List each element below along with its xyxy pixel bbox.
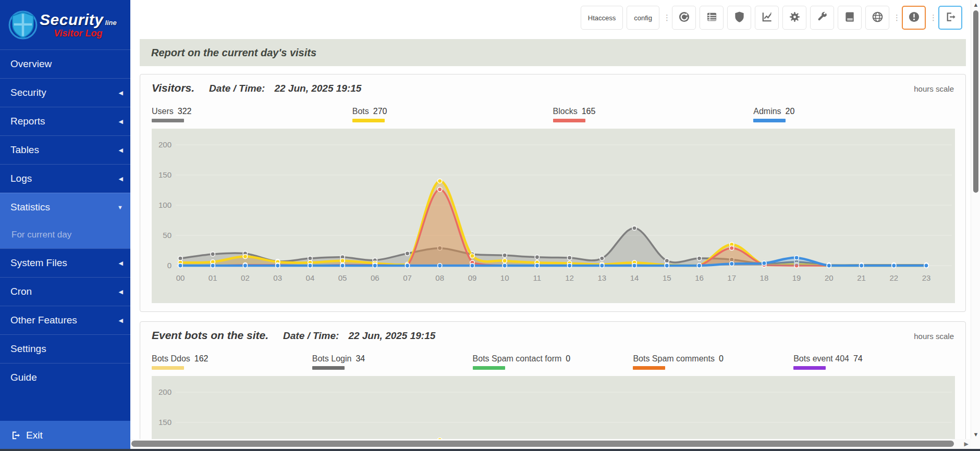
app-logo[interactable]: Security line Visitor Log bbox=[0, 0, 130, 49]
toolbar-button-line-chart[interactable] bbox=[755, 6, 779, 30]
toolbar-button-label: Htaccess bbox=[588, 14, 616, 22]
sidebar-exit-button[interactable]: Exit bbox=[0, 421, 130, 449]
chart-wrap: 0501001502000001020304050607080910111213… bbox=[152, 129, 954, 303]
svg-text:07: 07 bbox=[403, 273, 412, 282]
horizontal-scrollbar[interactable]: ▶ bbox=[130, 439, 971, 449]
sidebar-item-other-features[interactable]: Other Features◀ bbox=[0, 306, 130, 334]
sidebar-item-reports[interactable]: Reports◀ bbox=[0, 107, 130, 135]
toolbar-separator-dots: ⋮ bbox=[929, 13, 935, 22]
legend-series-name: Bots Spam comments bbox=[633, 354, 715, 363]
legend-item-bots-spam-comments[interactable]: Bots Spam comments0 bbox=[633, 354, 793, 370]
logout-icon bbox=[10, 430, 21, 441]
panel-head: Event bots on the site.Date / Time:22 Ju… bbox=[152, 329, 954, 342]
legend-item-bots-spam-contact-form[interactable]: Bots Spam contact form0 bbox=[473, 354, 633, 370]
sidebar: Security line Visitor Log OverviewSecuri… bbox=[0, 0, 130, 451]
scroll-up-arrow-icon[interactable]: ▲ bbox=[971, 2, 980, 8]
chevron-left-icon: ◀ bbox=[119, 260, 123, 267]
legend-color-swatch bbox=[352, 119, 385, 122]
legend-series-name: Users bbox=[152, 107, 174, 116]
sidebar-item-security[interactable]: Security◀ bbox=[0, 78, 130, 107]
sidebar-item-statistics[interactable]: Statistics▼ bbox=[0, 193, 130, 221]
sidebar-item-label: Statistics bbox=[10, 202, 50, 213]
chevron-left-icon: ◀ bbox=[119, 147, 123, 154]
sidebar-item-label: Other Features bbox=[10, 315, 77, 326]
scroll-right-arrow-icon[interactable]: ▶ bbox=[964, 441, 969, 447]
svg-text:0: 0 bbox=[167, 261, 172, 270]
shield-logo-icon bbox=[8, 10, 38, 40]
svg-text:08: 08 bbox=[435, 273, 444, 282]
visitors-chart: 0501001502000001020304050607080910111213… bbox=[152, 129, 955, 303]
legend-item-blocks[interactable]: Blocks165 bbox=[553, 107, 754, 122]
svg-text:03: 03 bbox=[273, 273, 282, 282]
sidebar-item-logs[interactable]: Logs◀ bbox=[0, 164, 130, 193]
toolbar-button-wrench[interactable] bbox=[810, 6, 834, 30]
sidebar-item-settings[interactable]: Settings bbox=[0, 334, 130, 363]
svg-text:19: 19 bbox=[792, 273, 801, 282]
legend-series-name: Bots bbox=[352, 107, 369, 116]
chart-wrap: 0501001502000001020304050607080910111213… bbox=[152, 376, 954, 439]
sidebar-menu: OverviewSecurity◀Reports◀Tables◀Logs◀Sta… bbox=[0, 49, 130, 392]
sidebar-item-tables[interactable]: Tables◀ bbox=[0, 135, 130, 164]
hours-scale-label: hours scale bbox=[914, 84, 954, 94]
sidebar-item-label: Security bbox=[10, 87, 46, 98]
toolbar-button-table[interactable] bbox=[700, 6, 724, 30]
datetime-value: 22 Jun, 2025 19:15 bbox=[348, 330, 435, 342]
svg-text:22: 22 bbox=[889, 273, 898, 282]
toolbar-button-globe[interactable] bbox=[865, 6, 889, 30]
toolbar-button-alert[interactable] bbox=[902, 6, 926, 30]
vertical-scroll-thumb[interactable] bbox=[973, 10, 978, 193]
sidebar-group-other-features: Other Features◀ bbox=[0, 306, 130, 334]
wrench-icon bbox=[816, 11, 828, 25]
sidebar-item-label: Overview bbox=[10, 58, 52, 70]
legend-color-swatch bbox=[633, 366, 665, 370]
scroll-down-arrow-icon[interactable]: ▼ bbox=[971, 431, 980, 437]
legend-series-total: 165 bbox=[582, 107, 596, 116]
legend-item-users[interactable]: Users322 bbox=[152, 107, 352, 122]
chart-legend: Bots Ddos162Bots Login34Bots Spam contac… bbox=[152, 354, 954, 370]
sidebar-item-overview[interactable]: Overview bbox=[0, 49, 130, 78]
datetime-value: 22 Jun, 2025 19:15 bbox=[274, 83, 361, 94]
sidebar-item-cron[interactable]: Cron◀ bbox=[0, 277, 130, 306]
svg-text:21: 21 bbox=[857, 273, 866, 282]
chevron-left-icon: ◀ bbox=[119, 118, 123, 125]
sidebar-item-system-files[interactable]: System Files◀ bbox=[0, 248, 130, 277]
main-area: Htaccessconfig⋮⋮⋮ Report on the current … bbox=[130, 0, 971, 439]
vertical-scrollbar[interactable]: ▲ ▼ bbox=[971, 0, 980, 439]
toolbar-button-book[interactable] bbox=[838, 6, 862, 30]
legend-text: Admins20 bbox=[753, 107, 954, 116]
sidebar-group-logs: Logs◀ bbox=[0, 164, 130, 193]
legend-item-bots-ddos[interactable]: Bots Ddos162 bbox=[152, 354, 312, 370]
legend-item-bots-event-404[interactable]: Bots event 40474 bbox=[793, 354, 954, 370]
toolbar-separator-dots: ⋮ bbox=[663, 13, 668, 22]
toolbar-button-config[interactable]: config bbox=[627, 6, 659, 30]
brand-name: Security bbox=[40, 12, 103, 28]
sidebar-item-label: Settings bbox=[10, 343, 46, 355]
legend-series-name: Bots Login bbox=[312, 354, 352, 363]
legend-series-total: 322 bbox=[178, 107, 192, 116]
svg-text:200: 200 bbox=[158, 387, 172, 396]
legend-series-total: 74 bbox=[853, 354, 863, 363]
toolbar-button-reload[interactable] bbox=[672, 6, 696, 30]
sidebar-item-label: Guide bbox=[10, 372, 37, 383]
legend-series-total: 162 bbox=[194, 354, 209, 363]
svg-text:150: 150 bbox=[158, 170, 172, 179]
svg-text:04: 04 bbox=[306, 273, 315, 282]
legend-item-bots[interactable]: Bots270 bbox=[352, 107, 553, 122]
panel-title: Visitors.Date / Time:22 Jun, 2025 19:15 bbox=[152, 82, 361, 94]
svg-text:09: 09 bbox=[468, 273, 477, 282]
sidebar-subitem-for-current-day[interactable]: For current day bbox=[0, 221, 130, 248]
svg-text:150: 150 bbox=[158, 418, 172, 427]
chevron-left-icon: ◀ bbox=[119, 317, 123, 324]
sidebar-exit-label: Exit bbox=[26, 430, 43, 441]
svg-text:15: 15 bbox=[663, 273, 671, 282]
toolbar-button-gear[interactable] bbox=[782, 6, 806, 30]
toolbar-button-shield[interactable] bbox=[727, 6, 751, 30]
toolbar-button-logout[interactable] bbox=[938, 6, 962, 30]
legend-item-bots-login[interactable]: Bots Login34 bbox=[312, 354, 473, 370]
toolbar-button-htaccess[interactable]: Htaccess bbox=[581, 6, 623, 30]
sidebar-group-overview: Overview bbox=[0, 49, 130, 78]
horizontal-scroll-thumb[interactable] bbox=[131, 441, 954, 447]
legend-item-admins[interactable]: Admins20 bbox=[753, 107, 954, 122]
legend-color-swatch bbox=[152, 366, 184, 370]
sidebar-item-guide[interactable]: Guide bbox=[0, 363, 130, 392]
